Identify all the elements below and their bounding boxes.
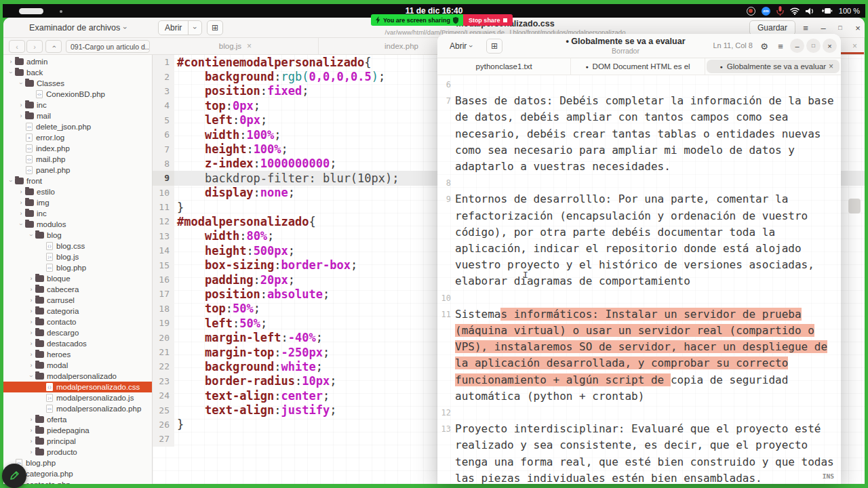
tree-item-modalpersonalizado.js[interactable]: jsmodalpersonalizado.js (3, 392, 152, 403)
open-button-label[interactable]: Abrir (159, 21, 188, 35)
save-button[interactable]: Guardar (749, 20, 795, 35)
open-dropdown-arrow[interactable]: › (188, 21, 201, 35)
open-button[interactable]: Abrir › (444, 39, 478, 54)
scrollbar-thumb[interactable] (848, 199, 861, 214)
system-tray[interactable]: zm 100 % (747, 4, 860, 18)
chevron-collapsed-icon[interactable]: › (28, 427, 35, 434)
chevron-expanded-icon[interactable]: › (28, 373, 35, 380)
tab-close-icon[interactable]: × (829, 62, 833, 71)
chevron-collapsed-icon[interactable]: › (18, 188, 24, 195)
tree-item-delete_json.php[interactable]: <>delete_json.php (3, 121, 152, 132)
editor-tab-1[interactable]: blog.js× (153, 38, 319, 54)
tree-item-estilo[interactable]: ›estilo (3, 186, 152, 197)
chevron-collapsed-icon[interactable]: › (18, 102, 24, 108)
chevron-collapsed-icon[interactable]: › (28, 362, 35, 369)
menu-icon[interactable]: ≡ (773, 39, 788, 54)
tab-close-icon[interactable]: × (852, 41, 857, 51)
battery-icon[interactable] (821, 7, 833, 14)
tree-item-inc[interactable]: ›inc (3, 100, 152, 110)
tree-item-admin[interactable]: ›admin (3, 56, 152, 67)
chevron-collapsed-icon[interactable]: › (28, 438, 35, 445)
minimize-button[interactable]: – (790, 39, 804, 53)
tree-item-bloque[interactable]: ›bloque (3, 273, 152, 284)
tree-item-blog.js[interactable]: jsblog.js (3, 251, 152, 262)
document-tab-3[interactable]: ●Globalmente se va a evaluar× (707, 60, 840, 73)
chevron-collapsed-icon[interactable]: › (28, 319, 35, 325)
new-tab-button[interactable]: ⊞ (207, 20, 223, 35)
tree-item-piedepagina[interactable]: ›piedepagina (3, 425, 152, 436)
tree-item-contacto[interactable]: ›contacto (3, 317, 152, 327)
chevron-expanded-icon[interactable]: › (18, 80, 24, 87)
maximize-button[interactable]: □ (833, 20, 848, 35)
menu-icon[interactable]: ≡ (798, 20, 813, 35)
close-button[interactable]: × (823, 39, 837, 53)
nav-forward-button[interactable]: › (26, 40, 43, 53)
tree-item-modalpersonalizado[interactable]: ›modalpersonalizado (3, 371, 152, 382)
obs-icon[interactable] (747, 7, 755, 16)
tree-item-back[interactable]: ›back (3, 67, 152, 78)
zoom-app-icon[interactable]: zm (762, 7, 770, 16)
tree-item-categoria[interactable]: ›categoria (3, 306, 152, 317)
annotation-pencil-button[interactable] (2, 464, 26, 488)
wifi-icon[interactable] (790, 7, 800, 15)
tree-item-carrusel[interactable]: ›carrusel (3, 295, 152, 306)
chevron-collapsed-icon[interactable]: › (7, 58, 14, 65)
tree-item-blog.php[interactable]: <>blog.php (3, 262, 152, 273)
stop-share-button[interactable]: Stop share (463, 14, 513, 26)
document-tab-bar[interactable]: pythonclase1.txt●DOM Document HTML es el… (437, 58, 841, 75)
chevron-collapsed-icon[interactable]: › (28, 297, 35, 304)
chevron-collapsed-icon[interactable]: › (28, 286, 35, 293)
tree-item-ConexionBD.php[interactable]: <>ConexionBD.php (3, 89, 152, 100)
chevron-collapsed-icon[interactable]: › (18, 199, 24, 206)
cursor-position-label[interactable]: Ln 11, Col 8 (713, 41, 753, 49)
tree-item-producto[interactable]: ›producto (3, 447, 152, 458)
tree-item-principal[interactable]: ›principal (3, 436, 152, 447)
chevron-collapsed-icon[interactable]: › (28, 340, 35, 347)
chevron-collapsed-icon[interactable]: › (18, 113, 24, 119)
tree-item-mail.php[interactable]: <>mail.php (3, 154, 152, 165)
tree-item-front[interactable]: ›front (3, 176, 152, 186)
document-tab-2[interactable]: ●DOM Document HTML es el (571, 58, 705, 75)
tree-item-heroes[interactable]: ›heroes (3, 349, 152, 360)
tree-item-panel.php[interactable]: <>panel.php (3, 165, 152, 176)
chevron-collapsed-icon[interactable]: › (28, 308, 35, 314)
tree-item-modalpersonalizado.css[interactable]: {}modalpersonalizado.css (3, 382, 152, 392)
tree-item-descargo[interactable]: ›descargo (3, 327, 152, 338)
open-split-button[interactable]: Abrir › (158, 20, 202, 35)
tree-item-cabecera[interactable]: ›cabecera (3, 284, 152, 295)
settings-gear-icon[interactable]: ⚙ (757, 39, 772, 54)
text-editing-area[interactable]: 67Bases de datos: Debéis completar la in… (437, 75, 841, 484)
tree-item-modulos[interactable]: ›modulos (3, 219, 152, 230)
file-browser-panel-selector[interactable]: Examinador de archivos › (3, 18, 153, 38)
nav-up-button[interactable]: › (45, 40, 62, 53)
tree-item-blog[interactable]: ›blog (3, 230, 152, 241)
close-button[interactable]: × (850, 20, 865, 35)
tree-item-blog.php[interactable]: <>blog.php (3, 458, 152, 468)
microphone-icon[interactable] (776, 6, 784, 16)
new-document-button[interactable]: ⊞ (486, 39, 502, 54)
document-tab-1[interactable]: pythonclase1.txt (437, 58, 571, 75)
file-tree-panel[interactable]: ›admin›back›Classes<>ConexionBD.php›inc›… (3, 55, 153, 484)
chevron-expanded-icon[interactable]: › (28, 232, 35, 239)
tree-item-destacados[interactable]: ›destacados (3, 338, 152, 349)
tree-item-modalpersonalizado.php[interactable]: <>modalpersonalizado.php (3, 403, 152, 414)
chevron-collapsed-icon[interactable]: › (28, 329, 35, 336)
chevron-collapsed-icon[interactable]: › (28, 351, 35, 358)
tree-item-oferta[interactable]: ›oferta (3, 414, 152, 425)
tree-item-blog.css[interactable]: {}blog.css (3, 241, 152, 251)
volume-icon[interactable] (806, 7, 814, 15)
chevron-expanded-icon[interactable]: › (7, 178, 14, 184)
tree-item-index.php[interactable]: <>index.php (3, 143, 152, 154)
tree-item-img[interactable]: ›img (3, 197, 152, 208)
chevron-collapsed-icon[interactable]: › (18, 210, 24, 217)
chevron-collapsed-icon[interactable]: › (28, 449, 35, 455)
chevron-expanded-icon[interactable]: › (18, 221, 24, 228)
tree-item-inc[interactable]: ›inc (3, 208, 152, 219)
tab-close-icon[interactable]: × (247, 41, 252, 51)
file-tree[interactable]: ›admin›back›Classes<>ConexionBD.php›inc›… (3, 55, 152, 484)
chevron-expanded-icon[interactable]: › (7, 69, 14, 76)
tree-item-modal[interactable]: ›modal (3, 360, 152, 371)
chevron-collapsed-icon[interactable]: › (28, 275, 35, 282)
chevron-collapsed-icon[interactable]: › (28, 416, 35, 423)
location-dropdown[interactable]: 091-Cargo un articulo d... › (66, 40, 150, 53)
